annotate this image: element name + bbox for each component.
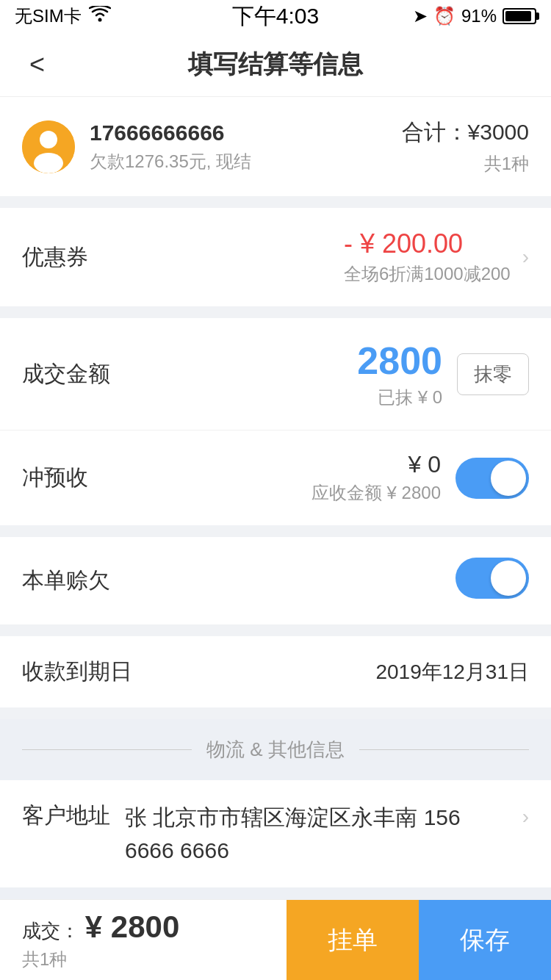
deal-section: 成交金额 2800 已抹 ¥ 0 抹零 冲预收 ¥ 0 应收金额 ¥ 2800 <box>0 318 551 525</box>
deal-label: 成交金额 <box>22 359 110 389</box>
debt-toggle-circle <box>491 561 526 596</box>
due-date-value: 2019年12月31日 <box>375 658 529 686</box>
battery-percent: 91% <box>461 6 497 26</box>
back-button[interactable]: < <box>22 42 52 87</box>
debt-section: 本单赊欠 <box>0 537 551 624</box>
customer-right: 合计：¥3000 共1种 <box>402 118 529 176</box>
deal-amount-row: 成交金额 2800 已抹 ¥ 0 抹零 <box>0 318 551 430</box>
customer-phone: 17666666666 <box>90 120 251 145</box>
bottom-deal-amount: ¥ 2800 <box>85 909 179 944</box>
customer-left: 17666666666 欠款1276.35元, 现结 <box>22 120 251 173</box>
address-value: 张 北京市市辖区海淀区永丰南 156 6666 6666 <box>125 801 508 867</box>
deal-subtext: 已抹 ¥ 0 <box>357 386 442 409</box>
prepay-value-wrap: ¥ 0 应收金额 ¥ 2800 <box>311 451 441 505</box>
coupon-right: - ¥ 200.00 全场6折满1000减200 › <box>344 228 529 286</box>
customer-info: 17666666666 欠款1276.35元, 现结 <box>90 120 251 173</box>
deal-value-wrap: 2800 已抹 ¥ 0 抹零 <box>357 339 529 409</box>
prepay-subtext: 应收金额 ¥ 2800 <box>311 481 441 505</box>
bottom-deal-label: 成交： <box>22 920 79 942</box>
page-title: 填写结算等信息 <box>188 48 363 82</box>
address-chevron-icon: › <box>522 805 529 829</box>
address-label: 客户地址 <box>22 801 110 831</box>
due-date-row: 收款到期日 2019年12月31日 <box>0 636 551 707</box>
bottom-count: 共1种 <box>22 948 264 971</box>
coupon-row[interactable]: 优惠券 - ¥ 200.00 全场6折满1000减200 › <box>0 208 551 306</box>
total-count: 共1种 <box>402 152 529 176</box>
coupon-section: 优惠券 - ¥ 200.00 全场6折满1000减200 › <box>0 208 551 306</box>
address-row[interactable]: 客户地址 张 北京市市辖区海淀区永丰南 156 6666 6666 › <box>0 780 551 887</box>
deal-value: 2800 <box>357 339 442 383</box>
coupon-label: 优惠券 <box>22 242 88 273</box>
nav-bar: < 填写结算等信息 <box>0 32 551 97</box>
battery-fill <box>505 11 531 21</box>
carrier-text: 无SIM卡 <box>15 4 82 28</box>
status-right: ➤ ⏰ 91% <box>413 6 536 26</box>
status-bar: 无SIM卡 下午4:03 ➤ ⏰ 91% <box>0 0 551 32</box>
round-button[interactable]: 抹零 <box>457 353 529 395</box>
content: 17666666666 欠款1276.35元, 现结 合计：¥3000 共1种 … <box>0 97 551 980</box>
location-icon: ➤ <box>413 6 428 26</box>
divider-line-right <box>359 749 529 750</box>
prepay-toggle[interactable] <box>455 458 529 499</box>
status-time: 下午4:03 <box>232 1 319 32</box>
customer-subtext: 欠款1276.35元, 现结 <box>90 150 251 173</box>
battery-icon <box>503 8 536 24</box>
prepay-row: 冲预收 ¥ 0 应收金额 ¥ 2800 <box>0 430 551 525</box>
svg-point-3 <box>34 153 63 173</box>
debt-right <box>455 558 529 604</box>
bottom-bar: 成交： ¥ 2800 共1种 挂单 保存 <box>0 899 551 980</box>
svg-point-0 <box>98 18 101 22</box>
prepay-right: ¥ 0 应收金额 ¥ 2800 <box>311 451 529 505</box>
logistics-divider: 物流 & 其他信息 <box>0 719 551 780</box>
save-button[interactable]: 保存 <box>419 900 551 981</box>
coupon-chevron-icon: › <box>522 245 529 269</box>
avatar <box>22 120 75 173</box>
due-date-label: 收款到期日 <box>22 657 132 687</box>
alarm-icon: ⏰ <box>433 6 455 26</box>
hang-button[interactable]: 挂单 <box>287 900 419 981</box>
coupon-amount: - ¥ 200.00 <box>344 228 511 259</box>
customer-card: 17666666666 欠款1276.35元, 现结 合计：¥3000 共1种 <box>0 97 551 196</box>
due-date-section: 收款到期日 2019年12月31日 <box>0 636 551 707</box>
coupon-amount-wrap: - ¥ 200.00 全场6折满1000减200 <box>344 228 511 286</box>
total-amount: 合计：¥3000 <box>402 118 529 148</box>
debt-row: 本单赊欠 <box>0 537 551 624</box>
divider-line-left <box>22 749 192 750</box>
prepay-amount: ¥ 0 <box>311 451 441 478</box>
deal-value-block: 2800 已抹 ¥ 0 <box>357 339 442 409</box>
wifi-icon <box>89 6 111 26</box>
coupon-detail: 全场6折满1000减200 <box>344 262 511 286</box>
bottom-summary: 成交： ¥ 2800 共1种 <box>0 909 287 971</box>
logistics-label: 物流 & 其他信息 <box>206 737 345 763</box>
prepay-label: 冲预收 <box>22 463 88 493</box>
bottom-deal-line: 成交： ¥ 2800 <box>22 909 264 945</box>
toggle-circle <box>491 461 526 496</box>
status-left: 无SIM卡 <box>15 4 111 28</box>
debt-toggle[interactable] <box>455 558 529 599</box>
debt-label: 本单赊欠 <box>22 566 110 596</box>
svg-point-2 <box>40 131 57 148</box>
